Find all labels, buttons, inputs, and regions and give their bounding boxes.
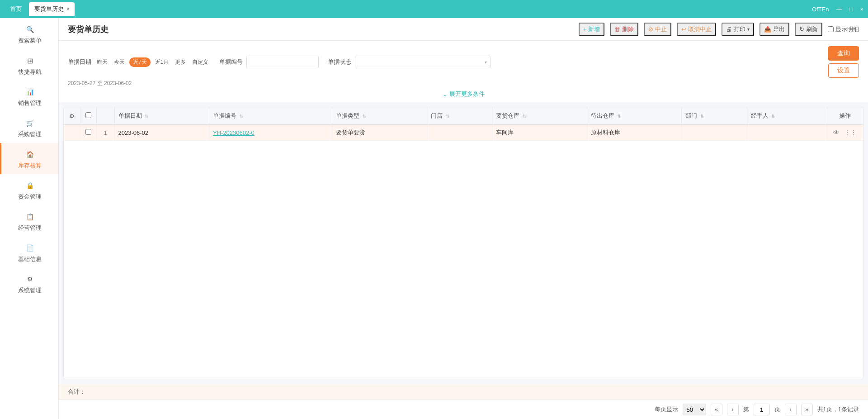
show-detail-checkbox[interactable] (828, 26, 834, 32)
sort-req-warehouse-icon: ⇅ (523, 114, 526, 119)
date-range-display: 2023-05-27 至 2023-06-02 (68, 80, 859, 87)
next-page-button[interactable]: › (785, 404, 797, 415)
prev-page-button[interactable]: ‹ (727, 404, 739, 415)
td-doc-no[interactable]: YH-20230602-0 (209, 125, 332, 141)
refresh-icon: ↻ (799, 26, 804, 33)
date-filter-group: 单据日期 昨天 今天 近7天 近1月 更多 自定义 (68, 57, 210, 67)
sidebar-item-finance-label: 资金管理 (18, 193, 42, 201)
tab-requisition-history[interactable]: 要货单历史 × (29, 2, 75, 16)
table-area: ⚙ 单据日期 ⇅ 单据编号 ⇅ (63, 107, 863, 379)
cancel-stop-label: 取消中止 (688, 25, 712, 33)
th-department-label: 部门 (685, 112, 697, 119)
shortcut-1month[interactable]: 近1月 (153, 57, 171, 67)
td-department (682, 125, 747, 141)
th-date[interactable]: 单据日期 ⇅ (114, 107, 209, 125)
cancel-stop-button[interactable]: ↩ 取消中止 (677, 23, 716, 36)
sort-wait-warehouse-icon: ⇅ (617, 114, 621, 119)
td-doc-type: 要货单要货 (332, 125, 427, 141)
td-checkbox[interactable] (80, 125, 96, 141)
last-page-button[interactable]: » (801, 404, 813, 415)
tab-requisition-history-label: 要货单历史 (34, 5, 64, 13)
stop-button[interactable]: ⊘ 中止 (644, 23, 671, 36)
status-filter-group: 单据状态 ▾ (328, 56, 491, 68)
new-button[interactable]: + 新增 (579, 23, 604, 36)
pagination-bar: 每页显示 50 10 20 100 « ‹ 第 页 › » 共1页，1条记录 (59, 400, 868, 419)
sidebar-item-sales[interactable]: 销售管理 (0, 81, 58, 112)
expand-more-button[interactable]: ⌄ 展开更多条件 (68, 90, 859, 98)
th-ops-label: 操作 (839, 112, 851, 119)
edit-button[interactable]: ⋮⋮ (844, 129, 857, 136)
query-button[interactable]: 查询 (828, 46, 859, 61)
sidebar-item-finance[interactable]: 资金管理 (0, 174, 58, 205)
shortcut-yesterday[interactable]: 昨天 (95, 57, 109, 67)
th-handler[interactable]: 经手人 ⇅ (747, 107, 827, 125)
system-icon (25, 274, 35, 284)
export-button[interactable]: 📤 导出 (760, 23, 789, 36)
operation-icon (25, 212, 35, 222)
th-wait-warehouse[interactable]: 待出仓库 ⇅ (587, 107, 681, 125)
print-button[interactable]: 🖨 打印 ▾ (722, 23, 754, 36)
status-input[interactable] (355, 56, 491, 68)
per-page-select[interactable]: 50 10 20 100 (683, 404, 706, 415)
export-icon: 📤 (764, 26, 771, 33)
shortcut-custom[interactable]: 自定义 (190, 57, 210, 67)
show-detail-toggle[interactable]: 显示明细 (828, 25, 859, 33)
tab-home[interactable]: 首页 (5, 2, 27, 16)
window-close[interactable]: × (860, 6, 863, 13)
td-num: 1 (96, 125, 114, 141)
th-store[interactable]: 门店 ⇅ (427, 107, 492, 125)
page-input[interactable] (754, 404, 770, 415)
show-detail-label: 显示明细 (835, 25, 859, 33)
toolbar: + 新增 🗑 删除 ⊘ 中止 ↩ 取消中止 🖨 打印 ▾ (579, 23, 859, 36)
delete-icon: 🗑 (614, 26, 620, 33)
sidebar-item-search[interactable]: 搜索菜单 (0, 18, 58, 49)
sort-doc-no-icon: ⇅ (240, 114, 243, 119)
doc-no-link[interactable]: YH-20230602-0 (213, 129, 255, 136)
th-doc-no[interactable]: 单据编号 ⇅ (209, 107, 332, 125)
doc-no-input[interactable] (246, 56, 319, 68)
first-page-button[interactable]: « (711, 404, 722, 415)
row-checkbox[interactable] (85, 129, 91, 135)
top-bar: 首页 要货单历史 × OfTEn — □ × (0, 0, 868, 18)
stop-icon: ⊘ (648, 26, 653, 33)
th-department[interactable]: 部门 ⇅ (682, 107, 747, 125)
td-req-warehouse: 车间库 (492, 125, 587, 141)
sort-department-icon: ⇅ (700, 114, 704, 119)
delete-button[interactable]: 🗑 删除 (610, 23, 638, 36)
th-doc-no-label: 单据编号 (213, 112, 236, 119)
shortcut-7days[interactable]: 近7天 (129, 57, 151, 67)
th-ops: 操作 (827, 107, 863, 125)
th-settings[interactable]: ⚙ (64, 107, 80, 125)
shortcut-more[interactable]: 更多 (173, 57, 188, 67)
sidebar-item-purchase[interactable]: 采购管理 (0, 112, 58, 143)
expand-icon: ⌄ (443, 91, 448, 98)
sidebar-item-basic[interactable]: 基础信息 (0, 237, 58, 268)
tab-close-icon[interactable]: × (66, 6, 69, 12)
sales-icon (25, 87, 35, 97)
sidebar-item-system-label: 系统管理 (18, 286, 42, 295)
refresh-button[interactable]: ↻ 刷新 (795, 23, 822, 36)
sidebar-item-inventory[interactable]: 库存核算 (0, 143, 58, 174)
sidebar-item-operation[interactable]: 经营管理 (0, 205, 58, 237)
th-req-warehouse[interactable]: 要货仓库 ⇅ (492, 107, 587, 125)
th-checkbox[interactable] (80, 107, 96, 125)
sidebar-item-inventory-label: 库存核算 (18, 162, 42, 170)
select-all-checkbox[interactable] (85, 112, 91, 118)
view-button[interactable]: 👁 (833, 129, 840, 136)
td-handler (747, 125, 827, 141)
window-maximize[interactable]: □ (849, 6, 853, 13)
sidebar-item-quick-nav[interactable]: 快捷导航 (0, 49, 58, 81)
search-icon (25, 24, 35, 34)
refresh-label: 刷新 (806, 25, 818, 33)
settings-button[interactable]: 设置 (828, 63, 859, 78)
sort-store-icon: ⇅ (446, 114, 449, 119)
filter-bar: 单据日期 昨天 今天 近7天 近1月 更多 自定义 单据编号 单据状态 (59, 41, 868, 102)
sidebar-item-system[interactable]: 系统管理 (0, 268, 58, 299)
bottom-bar: 合计： (59, 384, 868, 400)
tab-home-label: 首页 (10, 5, 22, 13)
window-minimize[interactable]: — (836, 6, 842, 13)
th-doc-type[interactable]: 单据类型 ⇅ (332, 107, 427, 125)
shortcut-today[interactable]: 今天 (112, 57, 127, 67)
th-wait-warehouse-label: 待出仓库 (591, 112, 614, 119)
print-icon: 🖨 (726, 26, 732, 33)
